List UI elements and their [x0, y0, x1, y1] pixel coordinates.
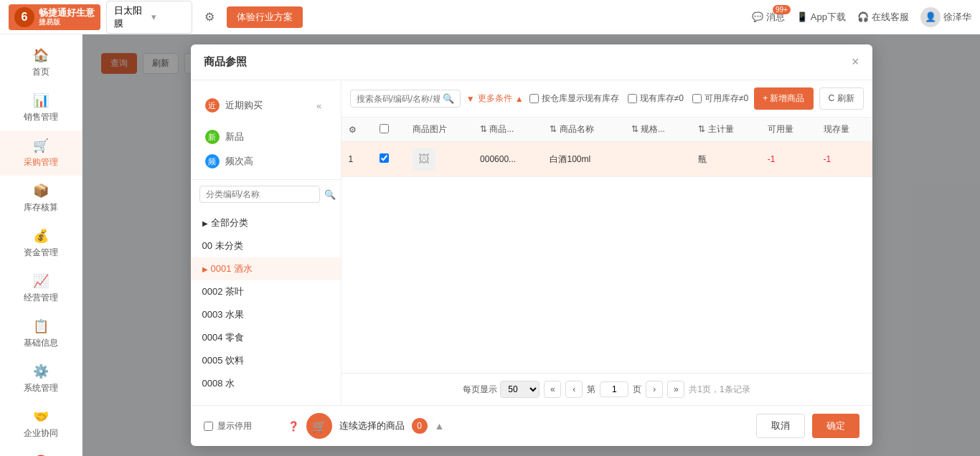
logo-sub-text: 捷易版: [39, 18, 95, 27]
sidebar-item-enterprise[interactable]: 🤝 企业协同: [0, 402, 82, 447]
search-icon[interactable]: 🔍: [443, 93, 454, 104]
category-all[interactable]: ▶ 全部分类: [191, 212, 341, 234]
col-image: 商品图片: [405, 118, 473, 142]
category-search-input[interactable]: [199, 186, 320, 203]
sidebar: 🏠 首页 📊 销售管理 🛒 采购管理 📦 库存核算 💰 资金管理 📈 经营管理 …: [0, 34, 83, 456]
page-prev-btn[interactable]: ‹: [565, 381, 583, 398]
sidebar-item-business[interactable]: 📈 经营管理: [0, 266, 82, 311]
category-water[interactable]: 0008 水: [191, 372, 341, 395]
sidebar-item-finance[interactable]: 💰 资金管理: [0, 221, 82, 266]
modal-overlay: 商品参照 × 近 近期购买 « 新: [83, 34, 980, 456]
home-icon: 🏠: [33, 47, 49, 63]
sidebar-item-inventory[interactable]: 📦 库存核算: [0, 176, 82, 221]
checkbox-stock-nonzero[interactable]: 现有库存≠0: [628, 92, 684, 105]
checkbox-available-nonzero[interactable]: 可用库存≠0: [692, 92, 748, 105]
per-page-selector: 每页显示 50 100 200: [463, 381, 540, 398]
cart-btn[interactable]: 🛒: [306, 413, 332, 439]
page-suffix: 页: [633, 384, 641, 396]
inventory-icon: 📦: [33, 183, 49, 199]
footer-right: 取消 确定: [756, 414, 859, 438]
purchase-icon: 🛒: [33, 138, 49, 153]
pagination: 每页显示 50 100 200 « ‹ 第 1 页: [341, 373, 872, 405]
sidebar-item-home[interactable]: 🏠 首页: [0, 40, 82, 85]
confirm-btn[interactable]: 确定: [812, 414, 859, 438]
quick-link-recent[interactable]: 近 近期购买 «: [199, 86, 332, 125]
category-list: ▶ 全部分类 00 未分类 ▶ 0001 酒水 0002 茶: [191, 209, 341, 399]
search-icon[interactable]: 🔍: [324, 189, 336, 200]
col-code[interactable]: ⇅ 商品...: [473, 118, 542, 142]
product-search-input[interactable]: [357, 94, 440, 104]
sidebar-item-system[interactable]: ⚙️ 系统管理: [0, 356, 82, 402]
page-last-btn[interactable]: »: [667, 381, 684, 398]
product-search-wrap: 🔍: [350, 90, 461, 108]
checkbox-label: 按仓库显示现有库存: [542, 92, 619, 105]
gear-icon[interactable]: ⚙: [198, 6, 221, 29]
add-product-btn[interactable]: + 新增商品: [754, 87, 813, 110]
row-checkbox[interactable]: [372, 142, 405, 177]
sort-icon: ⇅: [550, 124, 557, 134]
filter-btn[interactable]: ▼ 更多条件 ▲: [466, 92, 524, 105]
category-uncategorized[interactable]: 00 未分类: [191, 234, 341, 257]
page-label: 第: [587, 384, 595, 396]
col-checkbox[interactable]: [372, 118, 405, 142]
sidebar-item-label: 系统管理: [24, 382, 58, 394]
store-selector[interactable]: 日太阳膜 ▾: [106, 1, 192, 34]
col-stock: 现存量: [816, 118, 872, 142]
col-name[interactable]: ⇅ 商品名称: [542, 118, 623, 142]
display-disabled-checkbox[interactable]: 显示停用: [204, 420, 252, 432]
col-settings[interactable]: ⚙: [341, 118, 372, 142]
per-page-select[interactable]: 50 100 200: [500, 381, 540, 398]
sort-icon: ⇅: [698, 124, 705, 134]
row-available: -1: [760, 142, 816, 177]
page-input[interactable]: 1: [600, 381, 628, 397]
checkbox-by-warehouse[interactable]: 按仓库显示现有库存: [529, 92, 619, 105]
refresh-btn[interactable]: C 刷新: [819, 87, 864, 110]
quick-link-frequent[interactable]: 频 频次高: [199, 149, 332, 174]
page-next-btn[interactable]: ›: [646, 381, 663, 398]
category-fruit[interactable]: 0003 水果: [191, 303, 341, 326]
app-download-label: App下载: [811, 11, 846, 24]
messages-btn[interactable]: 💬 消息 99+: [752, 11, 785, 24]
modal-header: 商品参照 ×: [191, 44, 872, 80]
chevron-down-icon: ▾: [151, 11, 184, 22]
collapse-arrow-icon[interactable]: ▲: [435, 420, 445, 432]
help-icon[interactable]: ❓: [288, 421, 299, 432]
cancel-btn[interactable]: 取消: [756, 414, 805, 438]
app-download-btn[interactable]: 📱 App下载: [796, 11, 846, 24]
quick-links: 近 近期购买 « 新 新品 频 频次高: [191, 86, 341, 180]
quick-link-new[interactable]: 新 新品: [199, 125, 332, 149]
experience-btn[interactable]: 体验行业方案: [227, 6, 303, 28]
filter-label: 更多条件: [478, 92, 512, 105]
table-row[interactable]: 1 🖼 000600... 白酒100ml 瓶: [341, 142, 872, 177]
sidebar-item-label: 首页: [32, 66, 50, 78]
bell-icon: 💬: [752, 11, 763, 22]
online-service-btn[interactable]: 🎧 在线客服: [857, 11, 909, 24]
product-table: ⚙ 商品图片 ⇅ 商品...: [341, 118, 872, 177]
mobile-icon: 📱: [796, 11, 808, 22]
display-disabled-label: 显示停用: [217, 420, 252, 432]
sidebar-item-sales[interactable]: 📊 销售管理: [0, 85, 82, 130]
modal-title: 商品参照: [204, 55, 247, 69]
new-icon: 新: [205, 130, 220, 144]
modal-close-btn[interactable]: ×: [852, 54, 859, 70]
user-menu[interactable]: 👤 徐泽华: [920, 7, 971, 27]
checkbox-label: 现有库存≠0: [640, 92, 684, 105]
collapse-btn[interactable]: «: [312, 91, 326, 120]
page-total: 共1页，1条记录: [689, 384, 750, 396]
logo-main-text: 畅捷通好生意: [39, 7, 95, 19]
category-beverage[interactable]: 0005 饮料: [191, 349, 341, 372]
category-tea[interactable]: 0002 茶叶: [191, 280, 341, 303]
sidebar-item-guide[interactable]: 🎯 新手引导: [0, 447, 82, 456]
col-spec[interactable]: ⇅ 规格...: [624, 118, 692, 142]
category-liquor[interactable]: ▶ 0001 酒水: [191, 257, 341, 280]
page-first-btn[interactable]: «: [544, 381, 561, 398]
col-unit[interactable]: ⇅ 主计量: [691, 118, 760, 142]
table-header-row: ⚙ 商品图片 ⇅ 商品...: [341, 118, 872, 142]
product-image: 🖼: [413, 148, 435, 171]
category-snack[interactable]: 0004 零食: [191, 326, 341, 349]
modal-body: 近 近期购买 « 新 新品 频 频次高: [191, 80, 872, 405]
sidebar-item-basic-info[interactable]: 📋 基础信息: [0, 311, 82, 356]
sidebar-item-purchase[interactable]: 🛒 采购管理: [0, 130, 82, 176]
category-appliance[interactable]: 0010 家电: [191, 395, 341, 399]
topbar: 6 畅捷通好生意 捷易版 日太阳膜 ▾ ⚙ 体验行业方案 💬 消息 99+ 📱 …: [0, 0, 980, 34]
